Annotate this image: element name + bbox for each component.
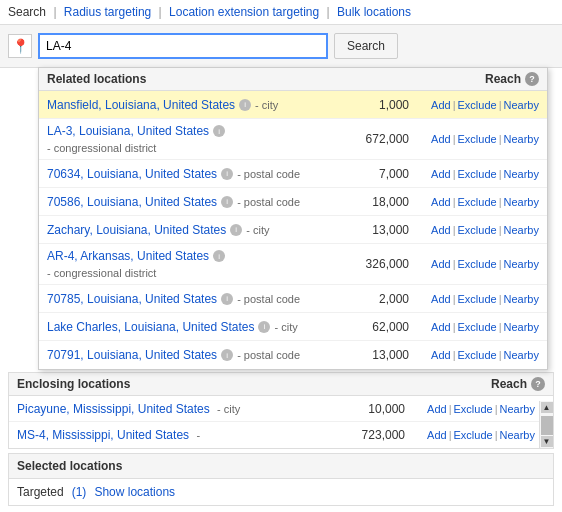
add-link[interactable]: Add [431,196,451,208]
add-link[interactable]: Add [431,133,451,145]
enclosing-row: MS-4, Mississippi, United States - 723,0… [9,422,553,448]
enclosing-actions: Add|Exclude|Nearby [405,429,535,441]
nearby-link[interactable]: Nearby [504,196,539,208]
dropdown-header: Related locations Reach ? [39,68,547,91]
dropdown-location-col-header: Related locations [47,72,459,86]
enclosing-reach: 10,000 [325,402,405,416]
exclude-link[interactable]: Exclude [458,196,497,208]
location-reach: 13,000 [329,223,409,237]
exclude-link[interactable]: Exclude [458,293,497,305]
nav-radius-link[interactable]: Radius targeting [64,5,151,19]
info-icon[interactable]: i [230,224,242,236]
location-link[interactable]: AR-4, Arkansas, United States [47,249,209,263]
enclosing-actions: Add|Exclude|Nearby [405,403,535,415]
dropdown-row: LA-3, Louisiana, United States i - congr… [39,119,547,160]
location-reach: 326,000 [329,257,409,271]
enclosing-section: Enclosing locations Reach ? Picayune, Mi… [8,372,554,449]
nearby-link[interactable]: Nearby [504,133,539,145]
nearby-link[interactable]: Nearby [504,321,539,333]
scroll-thumb[interactable] [541,416,553,435]
targeted-label: Targeted [17,485,64,499]
info-icon[interactable]: i [221,349,233,361]
location-reach: 7,000 [329,167,409,181]
dropdown-row: AR-4, Arkansas, United States i - congre… [39,244,547,285]
selected-body: Targeted (1) Show locations [9,479,553,505]
search-button[interactable]: Search [334,33,398,59]
location-link[interactable]: Mansfield, Louisiana, United States [47,98,235,112]
location-reach: 13,000 [329,348,409,362]
location-link[interactable]: 70791, Louisiana, United States [47,348,217,362]
location-actions: Add|Exclude|Nearby [409,258,539,270]
location-link[interactable]: Lake Charles, Louisiana, United States [47,320,254,334]
add-link[interactable]: Add [431,168,451,180]
info-icon[interactable]: i [221,168,233,180]
info-icon[interactable]: i [213,125,225,137]
exclude-link[interactable]: Exclude [454,429,493,441]
enclosing-row: Picayune, Mississippi, United States - c… [9,396,553,422]
location-reach: 62,000 [329,320,409,334]
nearby-link[interactable]: Nearby [500,403,535,415]
location-type: - postal code [237,349,300,361]
info-icon[interactable]: i [213,250,225,262]
location-actions: Add|Exclude|Nearby [409,168,539,180]
enclosing-reach-help[interactable]: ? [531,377,545,391]
add-link[interactable]: Add [431,349,451,361]
nearby-link[interactable]: Nearby [504,99,539,111]
show-locations-link[interactable]: Show locations [94,485,175,499]
info-icon[interactable]: i [221,293,233,305]
location-type: - city [246,224,269,236]
nearby-link[interactable]: Nearby [504,349,539,361]
dropdown-row: 70634, Louisiana, United States i - post… [39,160,547,188]
location-link[interactable]: Zachary, Louisiana, United States [47,223,226,237]
nearby-link[interactable]: Nearby [504,258,539,270]
location-link[interactable]: LA-3, Louisiana, United States [47,124,209,138]
search-input[interactable] [38,33,328,59]
add-link[interactable]: Add [431,258,451,270]
top-nav: Search | Radius targeting | Location ext… [0,0,562,25]
nearby-link[interactable]: Nearby [500,429,535,441]
location-actions: Add|Exclude|Nearby [409,293,539,305]
location-type: - postal code [237,168,300,180]
info-icon[interactable]: i [221,196,233,208]
location-link[interactable]: 70634, Louisiana, United States [47,167,217,181]
info-icon[interactable]: i [258,321,270,333]
info-icon[interactable]: i [239,99,251,111]
add-link[interactable]: Add [431,224,451,236]
reach-help-icon[interactable]: ? [525,72,539,86]
exclude-link[interactable]: Exclude [458,99,497,111]
enclosing-title: Enclosing locations [17,377,130,391]
location-link[interactable]: 70586, Louisiana, United States [47,195,217,209]
enclosing-location-link[interactable]: MS-4, Mississippi, United States [17,428,189,442]
location-actions: Add|Exclude|Nearby [409,321,539,333]
enclosing-reach-label: Reach [491,377,527,391]
nav-location-extension-link[interactable]: Location extension targeting [169,5,319,19]
add-link[interactable]: Add [431,99,451,111]
nav-bulk-locations-link[interactable]: Bulk locations [337,5,411,19]
location-reach: 18,000 [329,195,409,209]
exclude-link[interactable]: Exclude [458,321,497,333]
targeted-count[interactable]: (1) [72,485,87,499]
add-link[interactable]: Add [431,293,451,305]
exclude-link[interactable]: Exclude [458,258,497,270]
location-link[interactable]: 70785, Louisiana, United States [47,292,217,306]
nearby-link[interactable]: Nearby [504,224,539,236]
scrollbar[interactable]: ▲ ▼ [539,401,553,448]
enclosing-location-type: - [196,429,200,441]
scroll-up-button[interactable]: ▲ [541,402,553,413]
add-link[interactable]: Add [431,321,451,333]
exclude-link[interactable]: Exclude [458,133,497,145]
add-link[interactable]: Add [427,429,447,441]
nearby-link[interactable]: Nearby [504,293,539,305]
enclosing-location-link[interactable]: Picayune, Mississippi, United States [17,402,210,416]
exclude-link[interactable]: Exclude [458,224,497,236]
exclude-link[interactable]: Exclude [454,403,493,415]
scroll-down-button[interactable]: ▼ [541,436,553,447]
add-link[interactable]: Add [427,403,447,415]
nearby-link[interactable]: Nearby [504,168,539,180]
location-reach: 672,000 [329,132,409,146]
exclude-link[interactable]: Exclude [458,349,497,361]
exclude-link[interactable]: Exclude [458,168,497,180]
location-actions: Add|Exclude|Nearby [409,224,539,236]
dropdown-row: Mansfield, Louisiana, United States i - … [39,91,547,119]
location-actions: Add|Exclude|Nearby [409,349,539,361]
